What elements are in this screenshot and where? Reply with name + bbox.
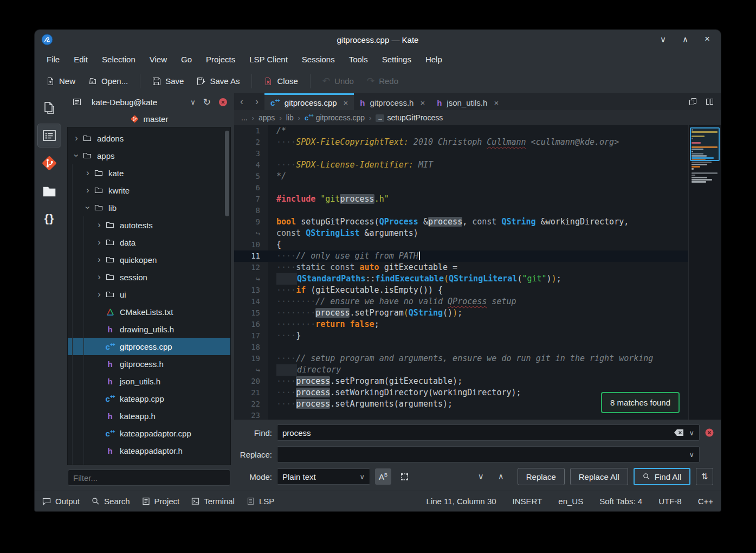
- status-c[interactable]: C++: [698, 497, 713, 506]
- breadcrumb-setupgitprocess[interactable]: →setupGitProcess: [376, 113, 443, 122]
- tree-item-autotests[interactable]: ›autotests: [68, 216, 230, 234]
- status-toggle-search[interactable]: Search: [92, 497, 130, 506]
- tab-next-icon[interactable]: ›: [249, 93, 264, 110]
- tree-chevron-icon[interactable]: ›: [95, 220, 104, 230]
- tab-prev-icon[interactable]: ‹: [234, 93, 249, 110]
- replace-input[interactable]: ∨: [277, 446, 700, 462]
- breadcrumb-[interactable]: ...: [241, 113, 248, 122]
- tree-item-cmakelists-txt[interactable]: CMakeLists.txt: [68, 303, 230, 320]
- tree-item-quickopen[interactable]: ›quickopen: [68, 251, 230, 268]
- status-utf-8[interactable]: UTF-8: [658, 497, 682, 506]
- tab-gitprocess-h[interactable]: hgitprocess.h×: [354, 93, 431, 110]
- replace-button[interactable]: Replace: [518, 468, 565, 485]
- split-view-icon[interactable]: [706, 98, 714, 106]
- menu-item-edit[interactable]: Edit: [68, 53, 93, 66]
- status-soft-tabs-4[interactable]: Soft Tabs: 4: [599, 497, 642, 506]
- tree-item-kate[interactable]: ›kate: [68, 164, 230, 182]
- status-insert[interactable]: INSERT: [513, 497, 542, 506]
- detach-tab-icon[interactable]: [689, 98, 697, 106]
- breadcrumb-apps[interactable]: apps: [259, 113, 275, 122]
- stop-icon[interactable]: [218, 98, 228, 107]
- maximize-icon[interactable]: ∧: [682, 35, 688, 44]
- menu-item-go[interactable]: Go: [176, 53, 197, 66]
- sidebar-tool-project-list-icon[interactable]: [38, 124, 61, 147]
- tree-item-kwrite[interactable]: ›kwrite: [68, 182, 230, 199]
- tree-chevron-icon[interactable]: ›: [83, 203, 93, 212]
- minimize-icon[interactable]: ∨: [660, 35, 666, 44]
- tree-chevron-icon[interactable]: ›: [95, 255, 104, 265]
- menu-item-sessions[interactable]: Sessions: [296, 53, 340, 66]
- menu-item-selection[interactable]: Selection: [96, 53, 141, 66]
- tree-filter-input[interactable]: Filter...: [68, 470, 230, 486]
- tree-chevron-icon[interactable]: ›: [95, 290, 104, 299]
- replace-all-button[interactable]: Replace All: [570, 468, 628, 485]
- find-prev-chevron-icon[interactable]: ∧: [498, 472, 504, 481]
- breadcrumb-lib[interactable]: lib: [286, 113, 294, 122]
- close-find-bar-icon[interactable]: [705, 428, 714, 438]
- selection-only-button[interactable]: [396, 468, 412, 485]
- tree-item-kateappadaptor-h[interactable]: hkateappadaptor.h: [68, 442, 230, 459]
- mode-select[interactable]: Plain text ∨: [277, 468, 370, 485]
- tree-chevron-icon[interactable]: ›: [72, 133, 81, 143]
- find-all-button[interactable]: Find All: [634, 468, 690, 485]
- menu-item-file[interactable]: File: [41, 53, 65, 66]
- new-button[interactable]: New: [40, 73, 81, 89]
- status-toggle-lsp[interactable]: LSP: [247, 497, 274, 506]
- tree-scrollbar[interactable]: [225, 131, 229, 216]
- tree-item-kateapp-h[interactable]: hkateapp.h: [68, 407, 230, 425]
- tree-item-gitprocess-cpp[interactable]: c++gitprocess.cpp: [68, 338, 230, 355]
- tree-chevron-icon[interactable]: ›: [83, 185, 92, 195]
- match-case-button[interactable]: AB: [375, 468, 391, 485]
- menu-item-view[interactable]: View: [144, 53, 172, 66]
- tree-item-drawing-utils-h[interactable]: hdrawing_utils.h: [68, 320, 230, 338]
- close-window-icon[interactable]: ×: [705, 35, 710, 44]
- tree-chevron-icon[interactable]: ›: [72, 151, 81, 160]
- branch-row[interactable]: master: [64, 111, 234, 127]
- find-input[interactable]: process ∨: [277, 425, 700, 441]
- code-editor[interactable]: 1/*2····SPDX-FileCopyrightText: 2010 Chr…: [234, 125, 721, 420]
- tree-item-kateapp-cpp[interactable]: c++kateapp.cpp: [68, 390, 230, 407]
- tree-item-ui[interactable]: ›ui: [68, 286, 230, 303]
- tree-item-apps[interactable]: ›apps: [68, 147, 230, 164]
- tree-chevron-icon[interactable]: ›: [95, 272, 104, 282]
- status-line-11-column-30[interactable]: Line 11, Column 30: [427, 497, 496, 506]
- status-toggle-output[interactable]: Output: [42, 497, 80, 506]
- tree-item-gitprocess-h[interactable]: hgitprocess.h: [68, 355, 230, 372]
- tree-item-kateconfigdialog-cpp[interactable]: c++kateconfigdialog.cpp: [68, 459, 230, 465]
- tree-item-kateappadaptor-cpp[interactable]: c++kateappadaptor.cpp: [68, 425, 230, 442]
- find-next-chevron-icon[interactable]: ∨: [478, 472, 484, 481]
- menu-item-settings[interactable]: Settings: [377, 53, 417, 66]
- sidebar-tool-symbols-braces-icon[interactable]: {}: [38, 207, 61, 230]
- menu-item-tools[interactable]: Tools: [344, 53, 373, 66]
- menu-item-projects[interactable]: Projects: [201, 53, 241, 66]
- tree-item-addons[interactable]: ›addons: [68, 130, 230, 147]
- tree-item-data[interactable]: ›data: [68, 234, 230, 251]
- tree-item-session[interactable]: ›session: [68, 268, 230, 286]
- tab-close-icon[interactable]: ×: [420, 98, 425, 107]
- status-en-us[interactable]: en_US: [558, 497, 583, 506]
- switch-search-mode-button[interactable]: ⇅: [696, 468, 713, 485]
- tab-json-utils-h[interactable]: hjson_utils.h×: [431, 93, 505, 110]
- tab-close-icon[interactable]: ×: [494, 98, 499, 107]
- menu-item-lsp-client[interactable]: LSP Client: [244, 53, 293, 66]
- tab-close-icon[interactable]: ×: [344, 98, 348, 107]
- project-switch-chevron-icon[interactable]: ∨: [190, 98, 196, 106]
- breadcrumb-gitprocess-cpp[interactable]: c++gitprocess.cpp: [305, 113, 365, 122]
- refresh-icon[interactable]: ↻: [203, 97, 211, 108]
- close-button[interactable]: Close: [258, 73, 303, 89]
- tree-chevron-icon[interactable]: ›: [95, 237, 104, 247]
- sidebar-tool-documents-icon[interactable]: [38, 97, 61, 119]
- sidebar-tool-git-icon[interactable]: [38, 152, 61, 175]
- status-toggle-terminal[interactable]: Terminal: [191, 497, 235, 506]
- clear-text-icon[interactable]: [674, 429, 684, 436]
- tree-chevron-icon[interactable]: ›: [83, 168, 92, 178]
- minimap-scrollbar[interactable]: [688, 125, 721, 420]
- tab-gitprocess-cpp[interactable]: c++gitprocess.cpp×: [264, 93, 354, 110]
- find-history-chevron-icon[interactable]: ∨: [689, 429, 694, 437]
- replace-history-chevron-icon[interactable]: ∨: [689, 451, 694, 459]
- title-bar[interactable]: gitprocess.cpp — Kate ∨ ∧ ×: [35, 30, 721, 49]
- sidebar-tool-filesystem-folder-icon[interactable]: [38, 179, 61, 202]
- save-button[interactable]: Save: [146, 73, 190, 89]
- minimap-viewport[interactable]: [690, 127, 720, 161]
- menu-item-help[interactable]: Help: [420, 53, 448, 66]
